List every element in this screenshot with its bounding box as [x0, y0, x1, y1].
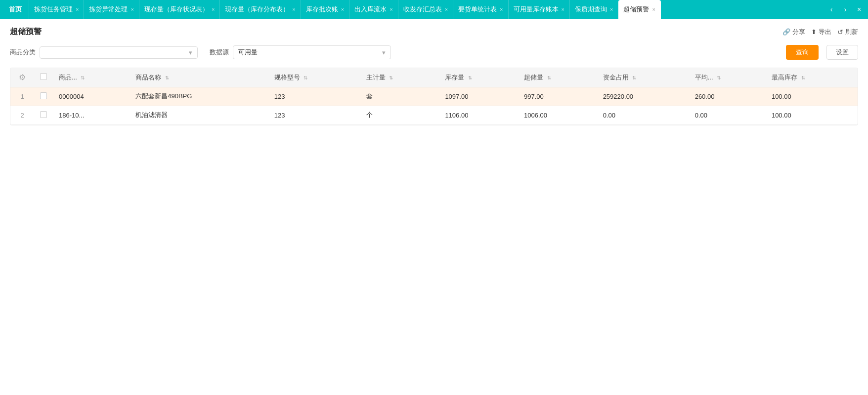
- refresh-icon: ↺: [837, 28, 843, 36]
- col-stock-label: 库存量: [445, 74, 464, 81]
- col-header-product-name[interactable]: 商品名称 ⇅: [130, 68, 268, 87]
- page-container: 超储预警 🔗 分享 ⬆ 导出 ↺ 刷新 商品分类 ▾ 数据源: [0, 19, 868, 133]
- col-max-stock-label: 最高库存: [772, 74, 797, 81]
- nav-arrow-right[interactable]: ›: [838, 2, 852, 16]
- nav-tab-10[interactable]: 超储预警 ×: [618, 0, 660, 19]
- query-button[interactable]: 查询: [786, 45, 819, 60]
- export-button[interactable]: ⬆ 导出: [811, 28, 831, 37]
- nav-tab-close-5[interactable]: ×: [390, 6, 392, 12]
- nav-tab-6[interactable]: 收发存汇总表 ×: [398, 0, 453, 19]
- nav-tab-close-3[interactable]: ×: [292, 6, 295, 12]
- nav-tab-8[interactable]: 可用量库存账本 ×: [509, 0, 570, 19]
- nav-tab-label-10: 超储预警: [623, 5, 649, 14]
- col-overstock-label: 超储量: [524, 74, 543, 81]
- nav-tab-label-0: 拣货任务管理: [34, 5, 73, 14]
- sort-icon-overstock: ⇅: [547, 75, 551, 80]
- nav-tab-label-6: 收发存汇总表: [403, 5, 442, 14]
- nav-tab-close-0[interactable]: ×: [76, 6, 79, 12]
- nav-tab-0[interactable]: 拣货任务管理 ×: [29, 0, 84, 19]
- nav-tab-label-1: 拣货异常处理: [89, 5, 128, 14]
- nav-tab-close-1[interactable]: ×: [130, 6, 133, 12]
- nav-arrow-close-all[interactable]: ×: [852, 2, 866, 16]
- nav-tab-close-2[interactable]: ×: [212, 6, 215, 12]
- nav-arrow-left[interactable]: ‹: [825, 2, 838, 16]
- col-product-name-label: 商品名称: [135, 74, 161, 81]
- nav-home-label: 首页: [9, 5, 22, 14]
- settings-button[interactable]: 设置: [826, 45, 858, 60]
- nav-tab-close-8[interactable]: ×: [562, 6, 564, 12]
- row-2-spec: 123: [268, 106, 360, 124]
- share-button[interactable]: 🔗 分享: [782, 28, 805, 37]
- filter-row: 商品分类 ▾ 数据源 可用量 ▾ 查询 设置: [10, 45, 858, 60]
- nav-tab-close-10[interactable]: ×: [652, 6, 655, 12]
- category-select[interactable]: ▾: [40, 46, 198, 59]
- row-2-max-stock: 100.00: [766, 106, 858, 124]
- row-2-avg: 0.00: [689, 106, 766, 124]
- col-product-code-label: 商品...: [59, 74, 77, 81]
- nav-tab-label-2: 现存量（库存状况表）: [144, 5, 209, 14]
- row-2-product-code: 186-10...: [53, 106, 130, 124]
- row-2-index: 2: [10, 106, 34, 124]
- refresh-button[interactable]: ↺ 刷新: [837, 28, 858, 37]
- sort-icon-max-stock: ⇅: [801, 75, 805, 80]
- col-header-settings[interactable]: ⚙: [10, 68, 34, 87]
- category-filter-group: 商品分类 ▾: [10, 46, 198, 59]
- nav-tab-label-9: 保质期查询: [575, 5, 607, 14]
- row-2-overstock: 1006.00: [518, 106, 597, 124]
- datasource-select-value: 可用量: [238, 48, 258, 57]
- nav-tab-close-9[interactable]: ×: [610, 6, 613, 12]
- table-row: 2 186-10... 机油滤清器 123 个 1106.00 1006.00 …: [10, 106, 858, 124]
- row-1-stock: 1097.00: [439, 87, 518, 106]
- col-header-capital[interactable]: 资金占用 ⇅: [597, 68, 689, 87]
- datasource-label: 数据源: [210, 48, 229, 57]
- row-1-check[interactable]: [34, 87, 53, 106]
- nav-tab-label-4: 库存批次账: [306, 5, 338, 14]
- data-table-wrapper: ⚙ 商品... ⇅ 商品名称 ⇅ 规格型号 ⇅: [10, 68, 858, 125]
- row-2-check[interactable]: [34, 106, 53, 124]
- row-2-checkbox[interactable]: [40, 111, 47, 118]
- sort-icon-avg: ⇅: [717, 75, 721, 80]
- nav-tab-1[interactable]: 拣货异常处理 ×: [84, 0, 139, 19]
- col-header-product-code[interactable]: 商品... ⇅: [53, 68, 130, 87]
- col-header-avg[interactable]: 平均... ⇅: [689, 68, 766, 87]
- category-select-arrow: ▾: [189, 49, 192, 56]
- refresh-label: 刷新: [845, 28, 858, 37]
- header-checkbox[interactable]: [40, 73, 47, 80]
- nav-tab-7[interactable]: 要货单统计表 ×: [453, 0, 508, 19]
- datasource-select-arrow: ▾: [382, 49, 386, 56]
- share-label: 分享: [792, 28, 805, 37]
- col-header-spec[interactable]: 规格型号 ⇅: [268, 68, 360, 87]
- nav-tab-4[interactable]: 库存批次账 ×: [301, 0, 349, 19]
- nav-tab-2[interactable]: 现存量（库存状况表） ×: [139, 0, 220, 19]
- chevron-left-icon: ‹: [830, 5, 833, 13]
- row-1-index: 1: [10, 87, 34, 106]
- col-spec-label: 规格型号: [274, 74, 300, 81]
- nav-tab-3[interactable]: 现存量（库存分布表） ×: [220, 0, 301, 19]
- nav-tab-label-8: 可用量库存账本: [514, 5, 559, 14]
- col-header-max-stock[interactable]: 最高库存 ⇅: [766, 68, 858, 87]
- row-1-avg: 260.00: [689, 87, 766, 106]
- col-header-check[interactable]: [34, 68, 53, 87]
- nav-tab-9[interactable]: 保质期查询 ×: [570, 0, 618, 19]
- chevron-right-icon: ›: [844, 5, 847, 13]
- table-header-row: ⚙ 商品... ⇅ 商品名称 ⇅ 规格型号 ⇅: [10, 68, 858, 87]
- nav-home[interactable]: 首页: [2, 0, 29, 19]
- nav-tab-5[interactable]: 出入库流水 ×: [349, 0, 398, 19]
- col-unit-label: 主计量: [366, 74, 386, 81]
- col-header-overstock[interactable]: 超储量 ⇅: [518, 68, 597, 87]
- filter-buttons: 查询 设置: [786, 45, 858, 60]
- page-title: 超储预警: [10, 27, 42, 37]
- col-header-unit[interactable]: 主计量 ⇅: [360, 68, 439, 87]
- nav-tab-close-4[interactable]: ×: [341, 6, 344, 12]
- row-1-checkbox[interactable]: [40, 92, 47, 99]
- datasource-select[interactable]: 可用量 ▾: [233, 45, 391, 59]
- row-2-unit: 个: [360, 106, 439, 124]
- nav-tab-close-7[interactable]: ×: [500, 6, 503, 12]
- data-table: ⚙ 商品... ⇅ 商品名称 ⇅ 规格型号 ⇅: [10, 68, 858, 125]
- sort-icon-capital: ⇅: [632, 75, 636, 80]
- nav-tab-close-6[interactable]: ×: [445, 6, 448, 12]
- row-1-max-stock: 100.00: [766, 87, 858, 106]
- share-icon: 🔗: [782, 28, 790, 36]
- gear-icon[interactable]: ⚙: [19, 73, 26, 81]
- col-header-stock[interactable]: 库存量 ⇅: [439, 68, 518, 87]
